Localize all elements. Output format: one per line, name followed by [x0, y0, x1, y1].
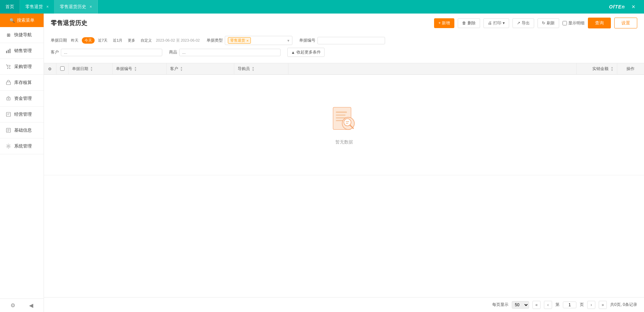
col-header-customer[interactable]: 客户 ▲▼ — [166, 63, 234, 75]
doc-type-tag: 零售退货 × — [228, 37, 251, 44]
doc-type-select[interactable]: 零售退货 × ▾ — [225, 36, 292, 45]
refresh-icon: ↻ — [542, 21, 545, 25]
date-range-display: 2023-06-02 至 2023-06-02 — [156, 38, 200, 43]
doc-number-filter: 单据编号 — [299, 37, 385, 44]
settings-button[interactable]: 设置 — [614, 18, 637, 28]
last-page-button[interactable]: » — [599, 301, 607, 309]
sidebar-item-inventory[interactable]: 库存核算 — [0, 75, 44, 91]
sidebar-item-basic-info[interactable]: 基础信息 — [0, 122, 44, 138]
sidebar-item-basic-info-label: 基础信息 — [14, 127, 32, 133]
sidebar-item-finance-mgmt-label: 资金管理 — [14, 95, 32, 102]
sidebar-collapse-icon[interactable]: ◀ — [29, 302, 33, 309]
tab-retail-return-close[interactable]: × — [46, 4, 49, 9]
tab-retail-return[interactable]: 零售退货 × — [20, 0, 54, 14]
col-header-settings[interactable]: ⚙ — [44, 63, 56, 75]
tab-bar: 首页 零售退货 × 零售退货历史 × — [0, 0, 609, 14]
sidebar-item-quick-nav[interactable]: ⊞ 快捷导航 — [0, 27, 44, 43]
pagination-bar: 每页显示 10 20 50 100 « ‹ 第 页 › » 共0页, 0条记录 — [44, 297, 644, 312]
collapse-arrow-icon: ▲ — [291, 50, 295, 55]
empty-state-row: 暂无数据 — [44, 75, 644, 175]
content-area: 零售退货历史 + 新增 🗑 删除 🖨 打印 ▾ ↗ 导出 — [44, 14, 644, 312]
next-page-button[interactable]: › — [587, 301, 595, 309]
prev-page-button[interactable]: ‹ — [544, 301, 552, 309]
col-header-date[interactable]: 单据日期 ▲▼ — [68, 63, 112, 75]
export-icon: ↗ — [517, 21, 520, 25]
inventory-icon — [5, 80, 11, 86]
display-toggle-label: 显示明细 — [568, 20, 585, 26]
filter-row-1: 单据日期 昨天 今天 近7天 近1月 更多 自定义 2023-06-02 至 2… — [51, 36, 637, 45]
date-filter-buttons: 昨天 今天 近7天 近1月 更多 自定义 — [69, 37, 154, 44]
sidebar: 🔍 搜索菜单 ⊞ 快捷导航 销售管理 采购管理 — [0, 14, 44, 312]
doc-number-input[interactable] — [317, 37, 385, 44]
amount-sort-icon: ▲▼ — [611, 66, 614, 72]
tab-retail-return-history-close[interactable]: × — [90, 4, 92, 9]
display-toggle-checkbox[interactable] — [563, 21, 567, 25]
doc-type-label: 单据类型 — [207, 38, 223, 43]
customer-input[interactable] — [61, 49, 162, 56]
sidebar-settings-icon[interactable]: ⚙ — [10, 302, 15, 309]
col-header-checkbox — [56, 63, 68, 75]
doc-type-tag-text: 零售退货 — [230, 38, 245, 43]
export-button[interactable]: ↗ 导出 — [512, 18, 534, 28]
sidebar-search-label: 搜索菜单 — [17, 17, 34, 23]
col-header-amount[interactable]: 实销金额 ▲▼ — [576, 63, 617, 75]
sidebar-item-system-mgmt[interactable]: 系统管理 — [0, 138, 44, 154]
svg-point-3 — [7, 68, 8, 69]
doc-type-filter: 单据类型 零售退货 × ▾ — [207, 36, 292, 45]
goods-filter: 商品 — [169, 49, 281, 56]
topbar-right: OfTEn × — [609, 3, 644, 10]
query-button[interactable]: 查询 — [588, 18, 611, 28]
page-title-bar: 零售退货历史 + 新增 🗑 删除 🖨 打印 ▾ ↗ 导出 — [51, 18, 637, 28]
col-header-spacer — [288, 63, 576, 75]
data-table: ⚙ 单据日期 ▲▼ 单据编号 ▲▼ 客户 — [44, 63, 644, 175]
sidebar-item-system-mgmt-label: 系统管理 — [14, 143, 32, 149]
refresh-button[interactable]: ↻ 刷新 — [538, 18, 559, 28]
page-size-select[interactable]: 10 20 50 100 — [512, 301, 529, 309]
table-body: 暂无数据 — [44, 75, 644, 175]
sidebar-item-operations-mgmt[interactable]: 经营管理 — [0, 107, 44, 122]
tab-retail-return-label: 零售退货 — [25, 4, 43, 10]
col-header-number[interactable]: 单据编号 ▲▼ — [112, 63, 166, 75]
tab-home[interactable]: 首页 — [0, 0, 20, 14]
date-btn-custom[interactable]: 自定义 — [139, 37, 154, 44]
select-all-checkbox[interactable] — [60, 66, 65, 71]
empty-state: 暂无数据 — [47, 77, 641, 172]
goods-input[interactable] — [179, 49, 281, 56]
tab-retail-return-history[interactable]: 零售退货历史 × — [54, 0, 98, 14]
add-button[interactable]: + 新增 — [434, 18, 454, 28]
sidebar-item-inventory-label: 库存核算 — [14, 80, 32, 86]
guide-sort-icon: ▲▼ — [252, 66, 255, 72]
system-mgmt-icon — [5, 143, 11, 149]
collapse-button[interactable]: ▲ 收起更多条件 — [287, 48, 325, 57]
sidebar-item-sales-mgmt[interactable]: 销售管理 — [0, 43, 44, 59]
date-btn-today[interactable]: 今天 — [82, 37, 95, 44]
window-close-button[interactable]: × — [628, 3, 639, 10]
sidebar-item-purchase-mgmt[interactable]: 采购管理 — [0, 59, 44, 75]
date-btn-7days[interactable]: 近7天 — [96, 37, 110, 44]
purchase-mgmt-icon — [5, 64, 11, 70]
sidebar-item-finance-mgmt[interactable]: 资金管理 — [0, 91, 44, 107]
page-size-label: 每页显示 — [492, 302, 508, 308]
print-button[interactable]: 🖨 打印 ▾ — [483, 18, 509, 28]
customer-sort-icon: ▲▼ — [180, 66, 183, 72]
svg-point-7 — [8, 98, 9, 99]
page-title: 零售退货历史 — [51, 19, 87, 27]
page-number-input[interactable] — [563, 302, 576, 308]
sidebar-search[interactable]: 🔍 搜索菜单 — [0, 14, 44, 27]
page-jump-suffix: 页 — [580, 302, 584, 308]
date-btn-more[interactable]: 更多 — [126, 37, 137, 44]
date-btn-yesterday[interactable]: 昨天 — [69, 37, 80, 44]
delete-button[interactable]: 🗑 删除 — [458, 18, 480, 28]
col-header-guide[interactable]: 导购员 ▲▼ — [234, 63, 288, 75]
customer-label: 客户 — [51, 49, 59, 55]
display-toggle[interactable]: 显示明细 — [563, 20, 585, 26]
doc-type-tag-close[interactable]: × — [246, 39, 248, 43]
svg-point-4 — [9, 68, 10, 69]
doc-type-select-arrow: ▾ — [287, 38, 289, 43]
main-layout: 🔍 搜索菜单 ⊞ 快捷导航 销售管理 采购管理 — [0, 14, 644, 312]
first-page-button[interactable]: « — [532, 301, 541, 309]
empty-state-illustration — [327, 105, 361, 135]
date-btn-1month[interactable]: 近1月 — [111, 37, 124, 44]
print-arrow-icon: ▾ — [503, 21, 505, 25]
svg-rect-2 — [9, 49, 10, 53]
